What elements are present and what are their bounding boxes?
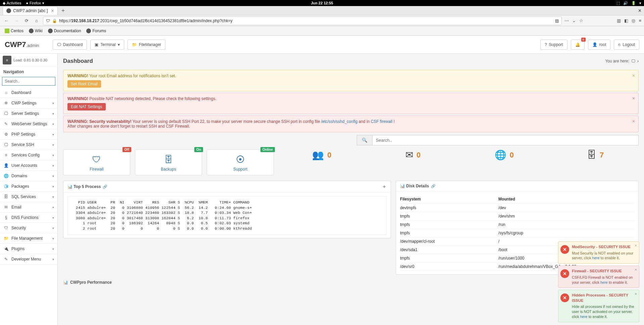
chevron-down-icon: ▾ [52, 133, 54, 136]
forward-button[interactable]: → [13, 17, 20, 25]
enable-link[interactable]: here [592, 256, 600, 260]
error-icon: ✕ [560, 245, 569, 254]
user-menu[interactable]: 👤root [588, 40, 611, 50]
close-icon[interactable]: × [632, 119, 635, 124]
sidebar-item-cwp-settings[interactable]: ✲CWP Settings▾ [0, 98, 57, 108]
nav-icon: ✎ [3, 257, 9, 262]
monitor-icon: 🖵 [57, 42, 61, 47]
hamburger-menu-icon[interactable]: ≡ [639, 18, 641, 23]
main-search-input[interactable] [373, 135, 639, 145]
enable-link[interactable]: here [580, 315, 587, 319]
reload-button[interactable]: ⟳ [23, 17, 30, 25]
bookmark-wiki[interactable]: Wiki [27, 28, 45, 34]
sidebar-search-input[interactable] [2, 77, 55, 86]
nav-icon: ≡ [3, 153, 9, 157]
tile-support[interactable]: Online ⦿ Support [207, 149, 274, 175]
sidebar-item-packages[interactable]: 🧊Packages▾ [0, 181, 57, 192]
stat-users[interactable]: 👥0 [279, 149, 365, 160]
nav-icon: 🔌 [3, 246, 9, 251]
notice-firewall: × ✕ Firewall - SECURITY ISSUE CSF/LFD Fi… [558, 266, 639, 288]
battery-icon[interactable]: 🔋 [631, 1, 636, 5]
system-menu-caret[interactable]: ▾ [639, 1, 641, 5]
tile-firewall[interactable]: Off 🛡 Firewall [63, 149, 130, 175]
close-icon[interactable]: × [632, 73, 635, 78]
sidebar-icon[interactable]: ◧ [624, 18, 628, 23]
dashboard-button[interactable]: 🖵Dashboard [53, 40, 87, 50]
alert-nat: × WARNING! Possible NAT networking detec… [63, 93, 639, 114]
activities-button[interactable]: ◆ Activities [3, 1, 21, 5]
new-tab-button[interactable]: ＋ [60, 7, 66, 14]
sidebar-item-file-management[interactable]: 📁File Management▾ [0, 233, 57, 244]
bookmark-forums[interactable]: Forums [84, 28, 108, 34]
sidebar-item-dashboard[interactable]: ⌂Dashboard [0, 88, 57, 98]
network-icon[interactable]: ⬚ [616, 1, 620, 5]
current-app[interactable]: ● Firefox ▾ [26, 1, 44, 5]
pocket-icon[interactable]: ⌄ [572, 18, 576, 23]
support-status-badge: Online [260, 147, 275, 152]
terminal-button[interactable]: ▣Terminal ▾ [90, 40, 124, 50]
sidebar-item-developer-menu[interactable]: ✎Developer Menu▾ [0, 254, 57, 265]
search-icon: 🔍 [362, 138, 367, 143]
logo[interactable]: CWP7.admin [5, 40, 39, 49]
monitor-icon[interactable]: 🖵 [631, 59, 635, 63]
sshd-config-link[interactable]: /etc/ssh/sshd_config [321, 119, 358, 124]
sidebar-item-server-settings[interactable]: 🖵Server Settings▾ [0, 108, 57, 119]
link-icon[interactable]: 🔗 [431, 184, 436, 188]
shield-icon[interactable]: 🛡 [46, 18, 50, 23]
page-actions-icon[interactable]: ⋯ [564, 18, 569, 23]
stat-databases[interactable]: 🗄7 [552, 149, 639, 160]
notifications-button[interactable]: 🔔6 [571, 40, 585, 50]
close-icon[interactable]: × [635, 267, 637, 272]
sidebar-item-user-accounts[interactable]: 👤User Accounts▾ [0, 160, 57, 171]
close-icon[interactable]: × [632, 96, 635, 101]
nav-icon: ⌂ [3, 90, 9, 95]
sidebar-item-sql-services[interactable]: 🗄SQL Services▾ [0, 192, 57, 202]
support-button[interactable]: ?Support [540, 40, 567, 50]
main-search: 🔍 [63, 135, 639, 145]
lock-icon[interactable]: 🔒 [52, 18, 57, 23]
sidebar-item-webserver-settings[interactable]: ✎WebServer Settings▾ [0, 119, 57, 129]
bookmark-centos[interactable]: Centos [3, 28, 26, 34]
stat-mail[interactable]: ✉0 [370, 149, 456, 160]
notice-hidden-processes: × ✕ Hidden Processes - SECURITY ISSUE Hi… [558, 290, 639, 322]
filemanager-button[interactable]: 📁FileManager [128, 40, 166, 50]
logout-button[interactable]: ⎋Logout [614, 40, 639, 50]
stat-domains[interactable]: 🌐0 [461, 149, 548, 160]
bookmark-star-icon[interactable]: ☆ [579, 18, 583, 23]
account-icon[interactable]: ◎ [632, 18, 635, 23]
sidebar-item-dns-functions[interactable]: §DNS Functions▾ [0, 213, 57, 223]
sidebar-item-plugins[interactable]: 🔌Plugins▾ [0, 244, 57, 254]
sidebar-item-email[interactable]: ✉Email▾ [0, 202, 57, 213]
process-list: PID USER PR NI VIRT RES SHR S %CPU %MEM … [67, 196, 387, 235]
chevron-down-icon: ▾ [52, 226, 54, 230]
browser-tab[interactable]: CWP7.admin [abc ] × [3, 6, 58, 15]
logout-icon: ⎋ [618, 42, 621, 47]
link-icon[interactable]: 🔗 [103, 185, 107, 189]
csf-firewall-link[interactable]: CSF firewall [371, 119, 393, 124]
home-button[interactable]: ⌂ [33, 17, 40, 25]
reader-mode-icon[interactable]: ▤ [555, 18, 559, 23]
volume-icon[interactable]: 🔊 [623, 1, 628, 5]
tile-backups[interactable]: On 🗄 Backups [135, 149, 202, 175]
tab-close-icon[interactable]: × [51, 8, 54, 13]
sidebar-item-services-config[interactable]: ≡Services Config▾ [0, 150, 57, 160]
search-button[interactable]: 🔍 [357, 135, 373, 145]
app-header: CWP7.admin 🖵Dashboard ▣Terminal ▾ 📁FileM… [0, 36, 644, 54]
enable-link[interactable]: here [600, 280, 608, 284]
library-icon[interactable]: ▥ [617, 18, 621, 23]
mail-icon: ✉ [405, 149, 413, 160]
set-root-email-button[interactable]: Set Root Email [67, 80, 101, 88]
url-bar[interactable]: 🛡 🔒 https://192.168.18.217:2031/cwp_1b50… [43, 16, 562, 25]
sidebar-item-php-settings[interactable]: ⚙PHP Settings▾ [0, 129, 57, 140]
back-button[interactable]: ← [3, 17, 10, 25]
clock[interactable]: Jun 22 12:55 [311, 1, 333, 5]
sidebar-item-domains[interactable]: 🌐Domains▾ [0, 171, 57, 181]
sidebar-item-security[interactable]: 🛡Security▾ [0, 223, 57, 233]
edit-nat-button[interactable]: Edit NAT Settings [67, 103, 106, 110]
bookmark-documentation[interactable]: Documentation [46, 28, 83, 34]
sidebar-item-service-ssh[interactable]: 🖵Service SSH▾ [0, 140, 57, 150]
window-close-icon[interactable]: × [638, 8, 641, 14]
close-icon[interactable]: × [635, 291, 637, 296]
expand-icon[interactable]: ＋ [382, 184, 387, 190]
close-icon[interactable]: × [635, 243, 637, 248]
